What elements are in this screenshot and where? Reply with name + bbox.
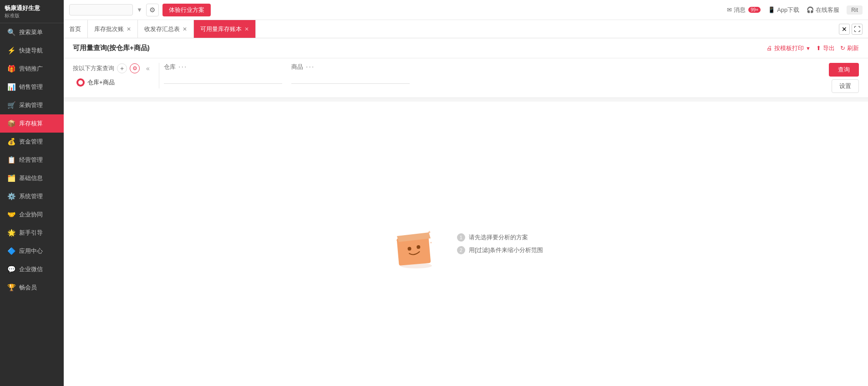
tabs-bar: 首页 库存批次账 ✕ 收发存汇总表 ✕ 可用量库存账本 ✕ ✕ ⛶ xyxy=(64,20,868,38)
sidebar-item-search[interactable]: 🔍 搜索菜单 xyxy=(0,23,64,41)
tab-close-icon[interactable]: ✕ xyxy=(244,26,249,32)
app-download-btn[interactable]: 📱 App下载 xyxy=(768,6,799,14)
tab-label: 可用量库存账本 xyxy=(200,25,242,33)
hint-num-2: 2 xyxy=(457,246,465,254)
handshake-icon: 🤝 xyxy=(7,211,15,219)
sidebar-item-basic[interactable]: 🗂️ 基础信息 xyxy=(0,169,64,187)
printer-icon: 🖨 xyxy=(766,45,772,51)
star-icon: 🌟 xyxy=(7,229,15,237)
phone-icon: 📱 xyxy=(768,6,775,13)
tab-summary[interactable]: 收发存汇总表 ✕ xyxy=(138,20,194,38)
goods-col-header: 商品 ··· xyxy=(291,63,410,71)
filter-right-actions: 查询 设置 xyxy=(829,63,859,93)
sidebar-item-finance[interactable]: 💰 资金管理 xyxy=(0,133,64,151)
empty-hints: 1 请先选择要分析的方案 2 用[过滤]条件来缩小分析范围 xyxy=(457,233,543,254)
main-area: ▼ ⚙ 体验行业方案 ✉ 消息 99+ 📱 App下载 🎧 在线客服 Rit 首… xyxy=(64,0,868,386)
scheme-settings-btn[interactable]: ⚙ xyxy=(130,63,140,73)
filter-schemes-panel: 按以下方案查询 + ⚙ « 仓库+商品 xyxy=(73,63,159,88)
sidebar-logo: 畅康通好生意 标准版 xyxy=(0,0,64,23)
sidebar-item-label: 基础信息 xyxy=(19,174,43,182)
folder-icon: 🗂️ xyxy=(7,174,15,182)
filter-settings-btn[interactable]: 设置 xyxy=(832,79,859,93)
sidebar-item-wechat[interactable]: 💬 企业微信 xyxy=(0,260,64,278)
message-label: 消息 xyxy=(734,6,746,14)
sidebar-item-label: 资金管理 xyxy=(19,138,43,146)
sidebar-item-member[interactable]: 🏆 畅会员 xyxy=(0,278,64,297)
export-icon: ⬆ xyxy=(816,45,821,51)
chevron-down-icon[interactable]: ▼ xyxy=(137,6,142,13)
add-scheme-btn[interactable]: + xyxy=(117,63,127,73)
tab-label: 库存批次账 xyxy=(94,25,124,33)
chevron-down-icon: ▼ xyxy=(806,46,811,51)
message-icon: ✉ xyxy=(727,6,732,13)
trophy-icon: 🏆 xyxy=(7,283,15,292)
industry-btn[interactable]: 体验行业方案 xyxy=(162,4,211,16)
warehouse-input[interactable] xyxy=(164,73,282,84)
search-input[interactable] xyxy=(69,4,133,15)
scheme-warehouse-goods[interactable]: 仓库+商品 xyxy=(73,77,153,88)
hint-text-2: 用[过滤]条件来缩小分析范围 xyxy=(469,246,543,254)
sidebar-item-marketing[interactable]: 🎁 营销推广 xyxy=(0,60,64,78)
empty-hint-2: 2 用[过滤]条件来缩小分析范围 xyxy=(457,246,543,254)
sidebar-item-system[interactable]: ⚙️ 系统管理 xyxy=(0,187,64,206)
warehouse-filter-col: 仓库 ··· xyxy=(164,63,282,84)
sidebar-item-onboard[interactable]: 🌟 新手引导 xyxy=(0,224,64,242)
expand-window-btn[interactable]: ⛶ xyxy=(852,24,863,35)
wechat-icon: 💬 xyxy=(7,265,15,273)
inventory-icon: 📦 xyxy=(7,119,15,128)
warehouse-label: 仓库 xyxy=(164,63,176,71)
brand-sub: 标准版 xyxy=(5,12,59,19)
page-header: 可用量查询(按仓库+商品) 🖨 按模板打印 ▼ ⬆ 导出 ↻ 刷新 xyxy=(64,38,868,58)
sidebar-item-label: 应用中心 xyxy=(19,247,43,255)
app-download-label: App下载 xyxy=(777,6,799,14)
sidebar-item-purchase[interactable]: 🛒 采购管理 xyxy=(0,96,64,114)
gear-icon: ⚙️ xyxy=(7,192,15,201)
sidebar-item-label: 搜索菜单 xyxy=(19,28,43,36)
settings-topbar-btn[interactable]: ⚙ xyxy=(146,4,159,16)
tab-close-icon[interactable]: ✕ xyxy=(183,26,187,32)
goods-input[interactable] xyxy=(291,73,410,84)
sidebar-item-sales[interactable]: 📊 销售管理 xyxy=(0,78,64,96)
tab-close-icon[interactable]: ✕ xyxy=(127,26,131,32)
message-btn[interactable]: ✉ 消息 99+ xyxy=(727,6,761,14)
lightning-icon: ⚡ xyxy=(7,46,15,55)
user-menu[interactable]: Rit xyxy=(847,5,863,15)
collapse-btn[interactable]: « xyxy=(142,63,153,74)
tab-available[interactable]: 可用量库存账本 ✕ xyxy=(194,20,256,38)
empty-state: ✦ ✦ ✦ 1 请先选择要分析的方案 2 用[过滤]条件来缩小分析范围 xyxy=(64,102,868,386)
empty-box-svg: ✦ ✦ ✦ xyxy=(389,216,443,271)
sidebar-item-operations[interactable]: 📋 经营管理 xyxy=(0,151,64,169)
brand-name: 畅康通好生意 xyxy=(5,5,59,12)
goods-label: 商品 xyxy=(291,63,303,71)
clipboard-icon: 📋 xyxy=(7,156,15,164)
online-service-label: 在线客服 xyxy=(816,6,839,14)
scheme-label: 仓库+商品 xyxy=(87,78,115,87)
sidebar-item-corp[interactable]: 🤝 企业协同 xyxy=(0,206,64,224)
sidebar-item-label: 新手引导 xyxy=(19,229,43,237)
sidebar-item-inventory[interactable]: 📦 库存核算 xyxy=(0,114,64,133)
chart-icon: 📊 xyxy=(7,83,15,91)
sidebar-item-label: 快捷导航 xyxy=(19,46,43,55)
close-window-btn[interactable]: ✕ xyxy=(839,24,850,35)
print-btn[interactable]: 🖨 按模板打印 ▼ xyxy=(766,44,811,52)
filter-scheme-header: 按以下方案查询 + ⚙ « xyxy=(73,63,153,74)
svg-point-0 xyxy=(78,80,83,85)
topbar-actions: ✉ 消息 99+ 📱 App下载 🎧 在线客服 Rit xyxy=(727,5,863,15)
online-service-btn[interactable]: 🎧 在线客服 xyxy=(807,6,839,14)
sidebar-item-appstore[interactable]: 🔷 应用中心 xyxy=(0,242,64,260)
warehouse-dots-btn[interactable]: ··· xyxy=(178,63,187,71)
gift-icon: 🎁 xyxy=(7,65,15,73)
export-btn[interactable]: ⬆ 导出 xyxy=(816,44,835,52)
export-label: 导出 xyxy=(823,44,835,52)
sidebar-item-label: 采购管理 xyxy=(19,101,43,109)
hint-num-1: 1 xyxy=(457,233,465,242)
warehouse-col-header: 仓库 ··· xyxy=(164,63,282,71)
query-btn[interactable]: 查询 xyxy=(829,63,859,77)
refresh-btn[interactable]: ↻ 刷新 xyxy=(840,44,859,52)
sidebar-item-shortcut[interactable]: ⚡ 快捷导航 xyxy=(0,41,64,60)
page-content: 可用量查询(按仓库+商品) 🖨 按模板打印 ▼ ⬆ 导出 ↻ 刷新 xyxy=(64,38,868,386)
sidebar-item-label: 畅会员 xyxy=(19,283,37,292)
goods-dots-btn[interactable]: ··· xyxy=(306,63,315,71)
tab-home[interactable]: 首页 xyxy=(69,20,88,38)
tab-batch[interactable]: 库存批次账 ✕ xyxy=(88,20,138,38)
